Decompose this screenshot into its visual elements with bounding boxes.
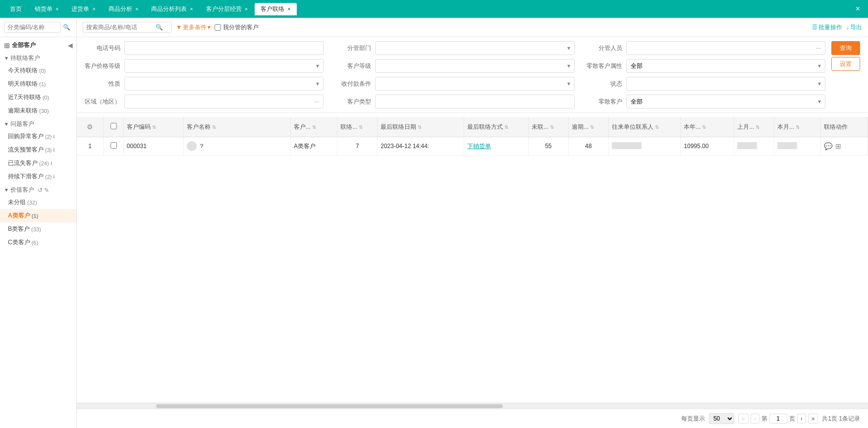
sidebar-item-class-a[interactable]: A类客户 (1) — [0, 209, 76, 222]
sidebar-search-icon[interactable]: 🔍 — [63, 24, 70, 31]
first-page-btn[interactable]: « — [738, 414, 749, 424]
pagination: 每页显示 50 10 20 100 « ‹ 第 页 › » 共1页 1条记录 — [77, 409, 868, 428]
customer-level-select[interactable]: ▾ — [375, 59, 574, 73]
search-input[interactable] — [86, 24, 156, 31]
th-name[interactable]: 客户名称⇅ — [184, 117, 291, 137]
filter-row-4: 区域（地区） ··· 客户类型 零散客户 — [85, 95, 825, 108]
per-page-select[interactable]: 50 10 20 100 — [709, 413, 734, 424]
retail-customer-select[interactable]: 全部▾ — [626, 95, 825, 108]
nature-select[interactable]: ▾ — [124, 77, 324, 91]
th-code[interactable]: 客户编码⇅ — [123, 117, 183, 137]
prev-page-btn[interactable]: ‹ — [751, 414, 760, 424]
last-page-btn[interactable]: » — [808, 414, 818, 424]
sidebar-item-churn-warning[interactable]: 流失预警客户 (3) ℹ — [0, 143, 76, 157]
th-this-month[interactable]: 本月...⇅ — [774, 117, 821, 137]
set-button[interactable]: 设置 — [831, 57, 860, 71]
th-last-date[interactable]: 最后联络日期⇅ — [378, 117, 464, 137]
th-cat[interactable]: 客户...⇅ — [290, 117, 337, 137]
th-last-way[interactable]: 最后联络方式⇅ — [464, 117, 528, 137]
nav-product-analysis-list[interactable]: 商品分析列表 × — [145, 3, 199, 15]
filter-row-3: 性质 ▾ 收付款条件 ▾ — [85, 77, 825, 91]
filter-customer-type: 客户类型 — [335, 95, 574, 108]
horizontal-scrollbar[interactable] — [77, 403, 868, 409]
th-year-amt[interactable]: 本年...⇅ — [681, 117, 734, 137]
close-customer-contact-icon[interactable]: × — [287, 6, 290, 12]
region-select[interactable]: ··· — [124, 95, 324, 108]
close-purchase-order-icon[interactable]: × — [92, 6, 95, 12]
my-customers-checkbox[interactable]: 我分管的客户 — [215, 23, 259, 32]
sidebar-group-value[interactable]: ▼ 价值客户 ↺ ✎ — [0, 183, 76, 196]
sidebar-item-tomorrow[interactable]: 明天待联络 (1) — [0, 77, 76, 91]
row-unit-contact — [608, 137, 681, 156]
scrollbar-thumb[interactable] — [156, 404, 503, 408]
value-group-refresh-icon[interactable]: ↺ — [38, 187, 43, 194]
grid-icon[interactable]: ⊞ — [835, 142, 841, 150]
close-customer-tier-icon[interactable]: × — [245, 6, 248, 12]
sidebar-item-7days[interactable]: 近7天待联络 (0) — [0, 91, 76, 104]
churn-warning-info-icon: ℹ — [53, 147, 55, 153]
manager-dots-icon: ··· — [816, 45, 821, 52]
sidebar-search-area: 🔍 — [0, 18, 76, 37]
this-month-placeholder — [777, 142, 797, 149]
th-contact[interactable]: 联络...⇅ — [337, 117, 378, 137]
status-select[interactable]: ▾ — [626, 77, 825, 91]
name-sort-icon: ⇅ — [212, 124, 216, 130]
select-all-checkbox[interactable] — [110, 123, 117, 129]
column-settings-btn[interactable]: ⚙ — [85, 121, 95, 133]
sidebar-item-class-b[interactable]: B类客户 (33) — [0, 222, 76, 236]
batch-op-btn[interactable]: ☰ 批量操作 — [812, 23, 842, 32]
payment-select[interactable]: ▾ — [375, 77, 574, 91]
row-num: 1 — [77, 137, 104, 156]
this-month-sort-icon: ⇅ — [796, 124, 800, 130]
my-customers-check[interactable] — [215, 24, 221, 31]
phone-input[interactable] — [124, 41, 324, 55]
sidebar-item-declining[interactable]: 持续下滑客户 (2) ℹ — [0, 170, 76, 183]
customer-type-input[interactable] — [375, 95, 574, 108]
nav-sales-order[interactable]: 销货单 × — [29, 3, 64, 15]
price-level-arrow-icon: ▾ — [316, 62, 319, 69]
sidebar-group-problem[interactable]: ▼ 问题客户 — [0, 117, 76, 130]
query-button[interactable]: 查询 — [831, 41, 860, 55]
th-unit-contact[interactable]: 往来单位联系人⇅ — [608, 117, 681, 137]
sidebar-item-overdue[interactable]: 逾期未联络 (30) — [0, 104, 76, 117]
sidebar-item-class-c[interactable]: C类客户 (6) — [0, 236, 76, 249]
th-last-month[interactable]: 上月...⇅ — [734, 117, 774, 137]
row-code: 000031 — [123, 137, 183, 156]
next-page-btn[interactable]: › — [797, 414, 806, 424]
close-product-analysis-list-icon[interactable]: × — [190, 6, 193, 12]
sidebar-item-churned[interactable]: 已流失客户 (24) ℹ — [0, 157, 76, 170]
sidebar-search-input[interactable] — [4, 22, 61, 33]
close-product-analysis-icon[interactable]: × — [135, 6, 138, 12]
filter-icon: ▼ — [176, 24, 182, 31]
payment-arrow-icon: ▾ — [567, 80, 570, 87]
nav-home[interactable]: 首页 — [4, 3, 28, 15]
row-checkbox[interactable] — [110, 142, 117, 149]
nav-customer-contact[interactable]: 客户联络 × — [255, 3, 296, 15]
nav-purchase-order[interactable]: 进货单 × — [65, 3, 101, 15]
page-number-input[interactable] — [769, 414, 787, 424]
sidebar-item-unclassified[interactable]: 未分组 (32) — [0, 196, 76, 209]
nav-customer-tier[interactable]: 客户分层经营 × — [200, 3, 254, 15]
search-icon[interactable]: 🔍 — [156, 24, 163, 31]
price-level-select[interactable]: ▾ — [124, 59, 324, 73]
nav-product-analysis[interactable]: 商品分析 × — [103, 3, 144, 15]
more-filters-btn[interactable]: ▼ 更多条件 ▾ — [176, 23, 211, 32]
th-no-contact[interactable]: 未联...⇅ — [528, 117, 568, 137]
close-all-tabs[interactable]: × — [852, 4, 864, 13]
retail-attr-select[interactable]: 全部▾ — [626, 59, 825, 73]
sidebar-group-pending[interactable]: ▼ 待联络客户 — [0, 52, 76, 64]
manager-select[interactable]: ··· — [626, 41, 825, 55]
sidebar-item-today[interactable]: 今天待联络 (0) — [0, 64, 76, 77]
chat-icon[interactable]: 💬 — [824, 142, 832, 150]
filter-nature: 性质 ▾ — [85, 77, 324, 91]
top-navigation: 首页 销货单 × 进货单 × 商品分析 × 商品分析列表 × 客户分层经营 × … — [0, 0, 868, 18]
sidebar-item-repurchase[interactable]: 回购异常客户 (2) ℹ — [0, 130, 76, 143]
dept-select[interactable]: ▾ — [375, 41, 574, 55]
sidebar-all-customers-header: ⊞ 全部客户 ◀ — [0, 37, 76, 52]
export-btn[interactable]: ↓ 导出 — [846, 23, 862, 32]
th-overdue[interactable]: 逾期...⇅ — [568, 117, 608, 137]
value-group-edit-icon[interactable]: ✎ — [44, 187, 49, 194]
close-sales-order-icon[interactable]: × — [55, 6, 58, 12]
sidebar-collapse-icon[interactable]: ◀ — [68, 42, 72, 49]
problem-group-arrow: ▼ — [4, 121, 9, 127]
